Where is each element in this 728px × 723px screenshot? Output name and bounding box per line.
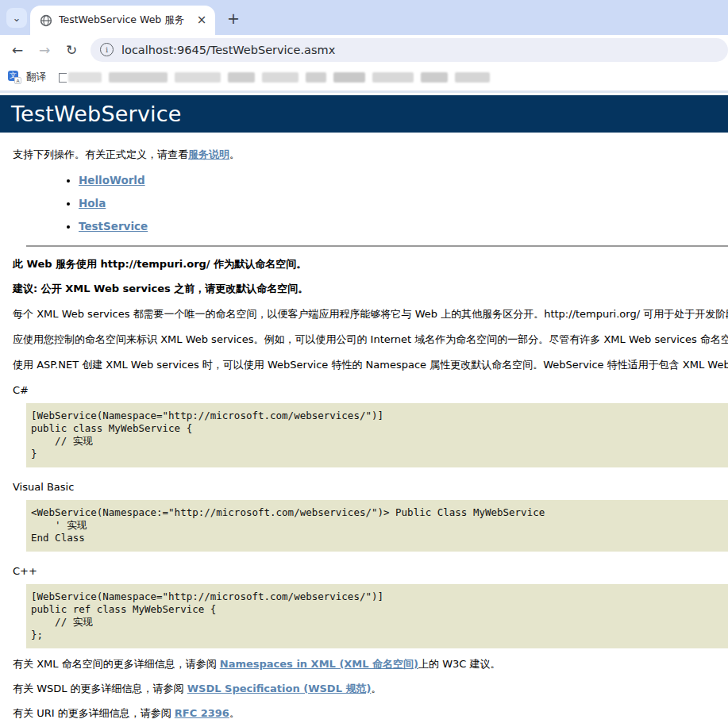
bookmark-item[interactable] bbox=[455, 72, 490, 83]
browser-window: ⌄ TestWebService Web 服务 × + ← → ↻ i loca… bbox=[0, 0, 728, 723]
bookmark-item[interactable] bbox=[228, 72, 255, 83]
bookmarks-bar: 文 A 翻译 bbox=[0, 64, 728, 93]
tab-title: TestWebService Web 服务 bbox=[59, 13, 190, 27]
page-title: TestWebService bbox=[0, 95, 728, 133]
browser-toolbar: ← → ↻ i localhost:9645/TestWebService.as… bbox=[0, 35, 728, 64]
refresh-button[interactable]: ↻ bbox=[60, 39, 83, 61]
list-item: TestService bbox=[79, 220, 728, 233]
intro-line: 支持下列操作。有关正式定义，请查看服务说明。 bbox=[13, 148, 728, 160]
tab-strip: ⌄ TestWebService Web 服务 × + bbox=[0, 0, 728, 35]
service-description-link[interactable]: 服务说明 bbox=[188, 148, 229, 160]
list-item: HelloWorld bbox=[79, 174, 728, 187]
rfc-2396-link[interactable]: RFC 2396 bbox=[175, 707, 229, 719]
bookmark-item[interactable] bbox=[262, 72, 299, 83]
code-block-cpp: [WebService(Namespace="http://microsoft.… bbox=[26, 584, 728, 648]
bookmark-item[interactable] bbox=[109, 72, 168, 83]
bookmark-item[interactable] bbox=[68, 72, 102, 83]
footer-line-xml: 有关 XML 命名空间的更多详细信息，请参阅 Namespaces in XML… bbox=[13, 658, 728, 670]
forward-icon: → bbox=[39, 42, 50, 58]
refresh-icon: ↻ bbox=[66, 42, 77, 58]
footer-line-wsdl: 有关 WSDL 的更多详细信息，请参阅 WSDL Specification (… bbox=[13, 683, 728, 694]
list-item: Hola bbox=[79, 197, 728, 210]
back-icon: ← bbox=[12, 42, 23, 58]
divider bbox=[26, 245, 728, 247]
bookmark-item[interactable] bbox=[175, 72, 221, 83]
tab-search-button[interactable]: ⌄ bbox=[6, 8, 27, 28]
page-content: 支持下列操作。有关正式定义，请查看服务说明。 HelloWorld Hola T… bbox=[0, 148, 728, 719]
globe-icon bbox=[40, 14, 52, 27]
translate-bookmark-label[interactable]: 翻译 bbox=[26, 71, 46, 84]
chevron-down-icon: ⌄ bbox=[13, 12, 21, 24]
operation-link-testservice[interactable]: TestService bbox=[79, 220, 148, 233]
code-block-vb: <WebService(Namespace:="http://microsoft… bbox=[26, 500, 728, 552]
plus-icon: + bbox=[227, 10, 240, 27]
bookmark-item[interactable] bbox=[372, 72, 414, 83]
url-text[interactable]: localhost:9645/TestWebService.asmx bbox=[121, 44, 335, 56]
info-icon[interactable]: i bbox=[100, 43, 114, 56]
namespace-paragraph-2: 应使用您控制的命名空间来标识 XML Web services。例如，可以使用公… bbox=[13, 333, 728, 345]
bookmark-item[interactable] bbox=[421, 72, 448, 83]
code-label-csharp: C# bbox=[13, 384, 728, 396]
code-block-csharp: [WebService(Namespace="http://microsoft.… bbox=[26, 403, 728, 467]
translate-icon[interactable]: 文 A bbox=[8, 71, 21, 84]
bookmark-favicon bbox=[59, 73, 67, 83]
address-bar[interactable]: i localhost:9645/TestWebService.asmx bbox=[91, 38, 728, 62]
new-tab-button[interactable]: + bbox=[225, 10, 242, 27]
forward-button[interactable]: → bbox=[33, 39, 56, 61]
xml-namespaces-link[interactable]: Namespaces in XML (XML 命名空间) bbox=[220, 658, 418, 670]
footer-line-uri: 有关 URI 的更多详细信息，请参阅 RFC 2396。 bbox=[13, 707, 728, 719]
wsdl-spec-link[interactable]: WSDL Specification (WSDL 规范) bbox=[187, 683, 372, 694]
close-icon[interactable]: × bbox=[195, 13, 209, 28]
recommendation-line: 建议: 公开 XML Web services 之前，请更改默认命名空间。 bbox=[13, 283, 728, 294]
operation-link-hola[interactable]: Hola bbox=[79, 197, 106, 210]
bookmark-item[interactable] bbox=[333, 72, 365, 83]
back-button[interactable]: ← bbox=[6, 39, 29, 61]
browser-tab[interactable]: TestWebService Web 服务 × bbox=[30, 6, 215, 35]
code-label-cpp: C++ bbox=[13, 565, 728, 577]
bookmark-item[interactable] bbox=[306, 72, 326, 83]
redacted-bookmarks bbox=[68, 72, 497, 83]
code-label-vb: Visual Basic bbox=[13, 481, 728, 493]
operation-link-helloworld[interactable]: HelloWorld bbox=[79, 174, 145, 187]
web-page: TestWebService 支持下列操作。有关正式定义，请查看服务说明。 He… bbox=[0, 95, 728, 719]
namespace-paragraph-1: 每个 XML Web services 都需要一个唯一的命名空间，以便客户端应用… bbox=[13, 308, 728, 320]
operation-list: HelloWorld Hola TestService bbox=[13, 174, 728, 233]
default-namespace-line: 此 Web 服务使用 http://tempuri.org/ 作为默认命名空间。 bbox=[13, 258, 728, 270]
namespace-paragraph-3: 使用 ASP.NET 创建 XML Web services 时，可以使用 We… bbox=[13, 359, 728, 371]
